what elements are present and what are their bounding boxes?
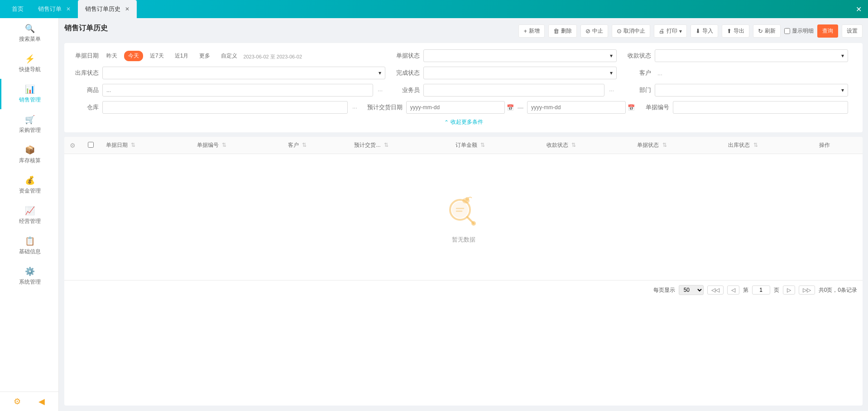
department-select[interactable]: ▾ <box>655 84 848 97</box>
warehouse-label: 仓库 <box>72 103 99 111</box>
tab-close-sales-order-history[interactable]: ✕ <box>125 6 129 12</box>
export-icon: ⬆ <box>727 28 732 34</box>
filter-order-no: 单据编号 <box>642 101 855 114</box>
page-size-label: 每页显示 <box>653 286 675 294</box>
sidebar-label-finance: 资金管理 <box>19 187 41 195</box>
complete-status-select[interactable]: ▾ <box>423 67 617 79</box>
delete-button[interactable]: 🗑删除 <box>548 24 577 38</box>
th-receipt-status: 收款状态 ⇅ <box>541 137 632 154</box>
date-btn-custom[interactable]: 自定义 <box>217 51 241 61</box>
sidebar-label-sys-mgmt: 系统管理 <box>19 278 41 286</box>
th-actions: 操作 <box>814 137 863 154</box>
print-button[interactable]: 🖨打印 ▾ <box>654 24 687 38</box>
order-no-input[interactable] <box>673 101 848 114</box>
expected-date-to[interactable] <box>527 101 626 114</box>
refresh-icon: ↻ <box>758 28 763 34</box>
stop-button[interactable]: ⊘中止 <box>580 24 608 38</box>
collapse-up-icon: ⌃ <box>444 119 449 126</box>
date-btn-today[interactable]: 今天 <box>124 51 143 61</box>
sidebar-item-finance[interactable]: 💰资金管理 <box>0 170 58 200</box>
page-label: 页 <box>774 286 779 294</box>
th-expected-date-sort-icon[interactable]: ⇅ <box>384 142 388 148</box>
th-customer-sort-icon[interactable]: ⇅ <box>302 142 307 148</box>
tab-label: 销售订单 <box>38 5 62 13</box>
warehouse-picker-btn[interactable]: ··· <box>350 103 360 112</box>
sidebar-item-sales-mgmt[interactable]: 📊销售管理 <box>0 79 58 109</box>
export-button[interactable]: ⬆导出 <box>722 24 749 38</box>
th-expected-date-label: 预计交货... <box>354 142 380 148</box>
sidebar-item-search-menu[interactable]: 🔍搜索菜单 <box>0 18 58 48</box>
th-delivery-status-sort-icon[interactable]: ⇅ <box>753 142 758 148</box>
tab-close-sales-order[interactable]: ✕ <box>66 6 71 12</box>
th-date-sort-icon[interactable]: ⇅ <box>131 142 135 148</box>
customer-picker-btn[interactable]: ... <box>655 69 665 77</box>
tab-home[interactable]: 首页 <box>5 0 31 18</box>
sidebar-item-inventory[interactable]: 📦库存核算 <box>0 140 58 170</box>
th-order-no-sort-icon[interactable]: ⇅ <box>222 142 226 148</box>
select-all-checkbox[interactable] <box>88 142 94 148</box>
prev-page-btn[interactable]: ◁ <box>727 285 739 295</box>
department-dropdown-icon: ▾ <box>841 87 844 93</box>
sidebar-settings-icon[interactable]: ⚙ <box>14 396 21 406</box>
first-page-btn[interactable]: ◁◁ <box>707 285 724 295</box>
sidebar-bottom: ⚙ ◀ <box>0 392 58 411</box>
import-button[interactable]: ⬇导入 <box>691 24 718 38</box>
new-icon: + <box>523 28 527 34</box>
order-no-label: 单据编号 <box>642 103 669 111</box>
salesperson-input[interactable] <box>423 84 604 97</box>
th-amount-sort-icon[interactable]: ⇅ <box>480 142 485 148</box>
sales-mgmt-icon: 📊 <box>25 84 35 94</box>
expected-date-label: 预计交货日期 <box>367 103 403 111</box>
display-columns-text: 显示明细 <box>792 27 814 35</box>
sidebar-item-operations[interactable]: 📈经营管理 <box>0 200 58 231</box>
delivery-status-select[interactable]: ▾ <box>102 67 385 79</box>
sidebar-item-quick-nav[interactable]: ⚡快捷导航 <box>0 48 58 79</box>
window-close-button[interactable]: ✕ <box>854 3 863 15</box>
tab-sales-order[interactable]: 销售订单✕ <box>31 0 78 18</box>
page-size-select[interactable]: 50 20 100 200 <box>679 285 704 295</box>
table-column-settings-btn[interactable]: ⚙ <box>70 142 76 149</box>
th-order-status-sort-icon[interactable]: ⇅ <box>662 142 667 148</box>
th-order-status-label: 单据状态 <box>637 142 659 148</box>
filter-row-3: 商品 ··· 业务员 ··· 部门 <box>72 84 855 97</box>
product-control: ··· <box>102 84 385 97</box>
sidebar-collapse-icon[interactable]: ◀ <box>38 396 45 406</box>
salesperson-picker-btn[interactable]: ··· <box>606 86 617 95</box>
settings-button[interactable]: 设置 <box>842 24 863 38</box>
sidebar-item-purchase-mgmt[interactable]: 🛒采购管理 <box>0 109 58 140</box>
status-label: 单据状态 <box>393 52 420 60</box>
calendar-to-icon[interactable]: 📅 <box>628 104 635 111</box>
product-input[interactable] <box>102 84 373 97</box>
page-number-input[interactable] <box>752 285 770 295</box>
date-btn-yesterday[interactable]: 昨天 <box>102 51 121 61</box>
tab-sales-order-history[interactable]: 销售订单历史✕ <box>78 0 137 18</box>
next-page-btn[interactable]: ▷ <box>783 285 795 295</box>
display-columns-label[interactable]: 显示明细 <box>784 27 814 35</box>
purchase-mgmt-icon: 🛒 <box>25 115 35 125</box>
date-btn-1month[interactable]: 近1月 <box>171 51 193 61</box>
cancel-stop-button[interactable]: ⊙取消中止 <box>612 24 650 38</box>
th-receipt-status-sort-icon[interactable]: ⇅ <box>571 142 576 148</box>
data-table: ⚙ 单据日期 ⇅ 单据编号 ⇅ <box>64 137 863 280</box>
refresh-button[interactable]: ↻刷新 <box>753 24 781 38</box>
calendar-from-icon[interactable]: 📅 <box>507 104 514 111</box>
date-btn-7days[interactable]: 近7天 <box>146 51 168 61</box>
new-button[interactable]: +新增 <box>518 24 545 38</box>
warehouse-input[interactable] <box>102 101 348 114</box>
sidebar-item-base-info[interactable]: 📋基础信息 <box>0 231 58 261</box>
th-order-no-label: 单据编号 <box>197 142 219 148</box>
product-picker-btn[interactable]: ··· <box>375 86 385 95</box>
th-order-no: 单据编号 ⇅ <box>192 137 283 154</box>
svg-point-1 <box>452 202 468 218</box>
collapse-filters-btn[interactable]: ⌃ 收起更多条件 <box>72 118 855 126</box>
customer-control: ... <box>655 69 848 77</box>
query-button[interactable]: 查询 <box>817 24 838 38</box>
date-btn-more[interactable]: 更多 <box>195 51 214 61</box>
receipt-status-select[interactable]: ▾ <box>655 49 848 62</box>
expected-date-from[interactable] <box>406 101 505 114</box>
status-select[interactable]: ▾ <box>423 49 617 62</box>
last-page-btn[interactable]: ▷▷ <box>799 285 815 295</box>
display-columns-checkbox[interactable] <box>784 28 790 34</box>
sidebar-label-quick-nav: 快捷导航 <box>19 66 41 73</box>
sidebar-item-sys-mgmt[interactable]: ⚙️系统管理 <box>0 261 58 291</box>
